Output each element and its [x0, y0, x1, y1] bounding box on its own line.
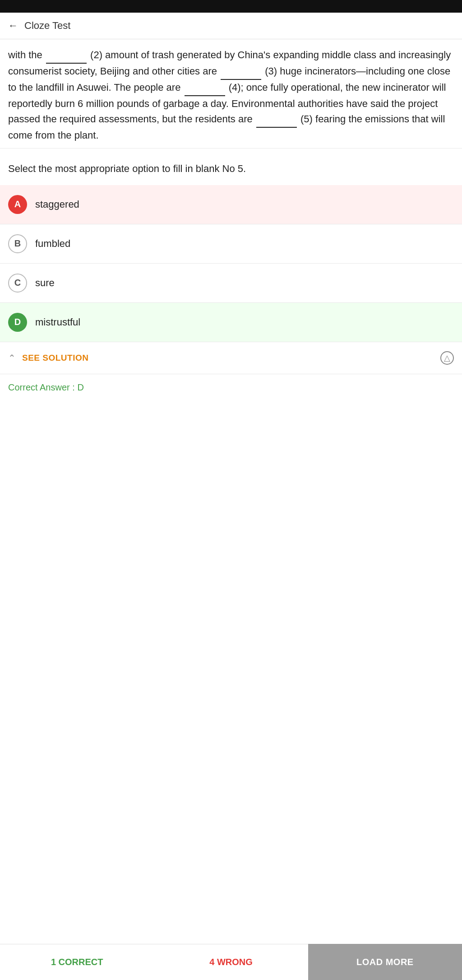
option-row-a[interactable]: A staggered [0, 185, 462, 224]
correct-answer-row: Correct Answer : D [0, 374, 462, 398]
see-solution-row[interactable]: ⌃ SEE SOLUTION △ [0, 342, 462, 374]
chevron-up-icon: ⌃ [8, 353, 16, 363]
blank-4 [185, 80, 225, 96]
option-badge-c: C [8, 274, 27, 293]
wrong-count: 4 WRONG [154, 944, 308, 980]
back-button[interactable]: ← [8, 20, 18, 32]
option-label-c: sure [35, 277, 55, 289]
blank-3 [221, 64, 261, 80]
option-badge-b: B [8, 234, 27, 253]
option-badge-d: D [8, 313, 27, 332]
passage-text-before: with the [8, 49, 42, 60]
bottom-bar: 1 CORRECT 4 WRONG LOAD MORE [0, 944, 462, 980]
header: ← Cloze Test [0, 13, 462, 39]
blank-5 [256, 111, 297, 128]
option-label-b: fumbled [35, 238, 70, 250]
question-container: Select the most appropriate option to fi… [0, 149, 462, 183]
load-more-button[interactable]: LOAD MORE [308, 944, 462, 980]
alert-icon[interactable]: △ [440, 351, 454, 365]
question-text: Select the most appropriate option to fi… [8, 161, 454, 176]
option-label-d: mistrustful [35, 316, 80, 328]
option-badge-a: A [8, 195, 27, 214]
blank-3-num: (3) [265, 65, 277, 77]
option-row-b[interactable]: B fumbled [0, 224, 462, 264]
page-title: Cloze Test [24, 20, 70, 32]
options-container: A staggered B fumbled C sure D mistrustf… [0, 185, 462, 342]
blank-5-num: (5) [300, 113, 313, 125]
correct-count: 1 CORRECT [0, 944, 154, 980]
passage-text: with the (2) amount of trash generated b… [8, 47, 454, 144]
blank-4-num: (4); [229, 82, 244, 93]
passage-container: with the (2) amount of trash generated b… [0, 39, 462, 149]
option-row-d[interactable]: D mistrustful [0, 303, 462, 342]
blank-2-num: (2) [90, 49, 102, 60]
correct-answer-text: Correct Answer : D [8, 382, 84, 392]
see-solution-left: ⌃ SEE SOLUTION [8, 353, 88, 363]
status-bar [0, 0, 462, 13]
option-row-c[interactable]: C sure [0, 264, 462, 303]
see-solution-label: SEE SOLUTION [22, 353, 88, 363]
blank-2 [46, 47, 87, 64]
option-label-a: staggered [35, 199, 79, 210]
